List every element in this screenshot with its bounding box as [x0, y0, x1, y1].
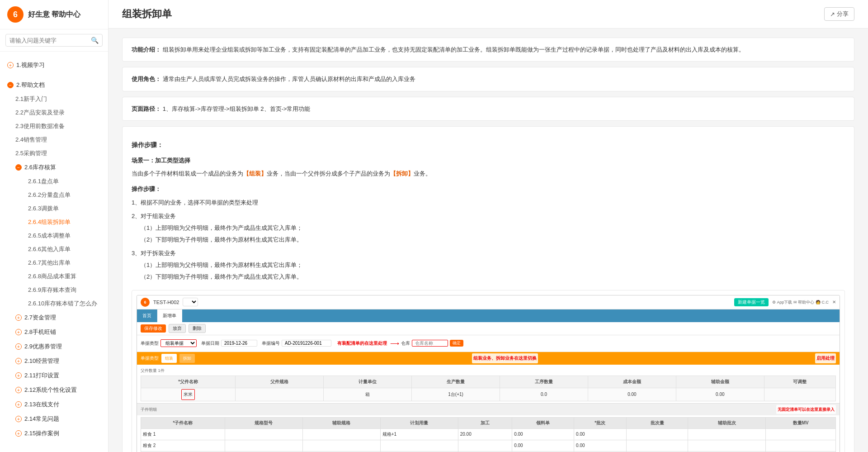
sim-close-icon[interactable]: ✕	[832, 298, 836, 307]
search-input[interactable]	[9, 37, 91, 44]
sim-th-process: 加工	[458, 417, 512, 428]
sim-company-name: TEST-H002	[153, 297, 179, 307]
sidebar-item-newbie[interactable]: 2.1新手入门	[13, 92, 108, 106]
sidebar-item-inventory[interactable]: − 2.6库存核算	[13, 160, 108, 175]
sidebar-item-video[interactable]: + 1.视频学习	[0, 58, 108, 72]
sim-th-adj: 可调整	[764, 376, 835, 388]
sim-cancel-btn[interactable]: 放弃	[169, 324, 186, 333]
sidebar-item-other-out[interactable]: 2.6.7其他出库单	[25, 256, 108, 270]
sim-company-select[interactable]	[183, 298, 198, 306]
sidebar-item-finance[interactable]: + 2.7资金管理	[13, 310, 108, 325]
sim-td-parent-spec	[236, 388, 324, 401]
sim-child-name-1: 粮食 1	[141, 428, 225, 440]
search-box[interactable]: 🔍	[5, 34, 103, 47]
sim-ann1-text: 有装配清单的在这里处理	[336, 338, 388, 348]
sim-no-input[interactable]	[282, 340, 331, 347]
sidebar-item-cost-recalc[interactable]: 2.6.8商品成本重算	[25, 270, 108, 283]
sidebar-item-docs[interactable]: − 2.帮助文档	[0, 78, 108, 92]
sim-th-parent-name: *父件名称	[141, 376, 236, 388]
sim-ann4-text: 启用处理	[815, 353, 836, 363]
sidebar-item-faq[interactable]: + 2.14常见问题	[13, 412, 108, 426]
sidebar-item-cost-adjust[interactable]: 2.6.5成本调整单	[25, 229, 108, 243]
sim-th-batch-qty: 批次量	[626, 417, 688, 428]
sim-th-spec: 规格型号	[225, 417, 302, 428]
sim-delete-btn[interactable]: 删除	[189, 324, 206, 333]
chaiqian-link[interactable]: 【拆卸】	[390, 170, 414, 177]
sim-type-select[interactable]: 组装单据	[160, 339, 197, 347]
step3-2-text: （2）下部明细为子件明细，最终作为产成品生成其它入库单。	[141, 271, 845, 283]
expand-icon-faq: +	[15, 416, 22, 422]
sidebar-label-inventory: 2.6库存核算	[24, 163, 56, 171]
sim-new-btn[interactable]: 新建单据一览	[734, 298, 769, 306]
step2-2-text: （2）下部明细为子件明细，最终作为原材料生成其它出库单。	[141, 234, 845, 246]
content-body: 功能介绍： 组装拆卸单用来处理企业组装或拆卸等加工业务，支持有固定装配清单的产品…	[108, 29, 868, 452]
sidebar-item-ops-manage[interactable]: + 2.10经营管理	[13, 354, 108, 368]
sidebar-item-sys-settings[interactable]: + 2.12系统个性化设置	[13, 383, 108, 397]
sidebar-item-data-prep[interactable]: 2.3使用前数据准备	[13, 119, 108, 133]
sim-save-btn[interactable]: 保存修改	[141, 324, 166, 333]
sim-confirm-btn[interactable]: 确定	[450, 340, 463, 347]
sidebar-item-online-pay[interactable]: + 2.13在线支付	[13, 397, 108, 412]
sidebar-item-stocktake[interactable]: 2.6.1盘点单	[25, 175, 108, 188]
expand-icon-pay: +	[15, 401, 22, 408]
sim-th-proc-qty: 工序数量	[500, 376, 588, 388]
nav-sub-list-inventory: 2.6.1盘点单 2.6.2分量盘点单 2.6.3调拨单 2.6.4组装拆卸单 …	[13, 175, 108, 310]
expand-icon-cases: +	[15, 430, 22, 437]
sim-bottom-section: 子件明细 无固定清单可以在这里直接录入 *子件名称 规格型号 辅助规格	[137, 403, 840, 452]
screenshot-block: 6 TEST-H002 新建单据一览 ⚙ App下载 ✉ 帮助中心 🧑 C.C …	[132, 290, 845, 452]
sidebar-item-transfer[interactable]: 2.6.3调拨单	[25, 202, 108, 215]
func-intro-label: 功能介绍：	[132, 46, 161, 53]
sidebar-item-purchase[interactable]: 2.5采购管理	[13, 147, 108, 160]
sim-field-date: 单据日期	[201, 339, 257, 348]
sim-th-pick: 领料单	[512, 417, 574, 428]
sim-top-table-body: 父件数量 1件 *父件名称 父件规格 计量单位 生产数量 工序数量 成本金额	[137, 365, 840, 403]
sim-warehouse-input[interactable]	[412, 340, 448, 347]
share-label: 分享	[837, 10, 849, 18]
sim-th-aux-spec: 辅助规格	[302, 417, 380, 428]
app-logo-icon: 6	[7, 6, 24, 23]
sidebar-item-ledger-query[interactable]: 2.6.9库存账本查询	[25, 283, 108, 297]
search-icon[interactable]: 🔍	[91, 37, 99, 44]
sidebar-item-ledger-fix[interactable]: 2.6.10库存账本错了怎么办	[25, 297, 108, 310]
zuzhuang-link[interactable]: 【组装】	[243, 170, 267, 177]
sim-arrow1: ⟶	[390, 337, 399, 350]
sim-field-warehouse: 仓库	[401, 339, 448, 348]
sidebar-item-partial-stock[interactable]: 2.6.2分量盘点单	[25, 188, 108, 202]
sim-logo: 6	[141, 298, 150, 307]
sidebar-item-other-in[interactable]: 2.6.6其他入库单	[25, 243, 108, 256]
sim-highlight-cell[interactable]: 米米	[181, 389, 195, 400]
func-intro-block: 功能介绍： 组装拆卸单用来处理企业组装或拆卸等加工业务，支持有固定装配清单的产品…	[122, 38, 854, 62]
sim-ann5-text: 无固定清单可以在这里直接录入	[776, 405, 836, 414]
sim-type-toggle[interactable]: 组装	[161, 354, 177, 363]
sidebar-item-newbie-label: 2.1新手入门	[15, 95, 47, 102]
step3-1-text: （1）上部明细为父件明细，最终作为原材料生成其它出库单；	[141, 259, 845, 271]
sim-ui-screenshot: 6 TEST-H002 新建单据一览 ⚙ App下载 ✉ 帮助中心 🧑 C.C …	[137, 295, 840, 452]
sim-top-table: *父件名称 父件规格 计量单位 生产数量 工序数量 成本金额 辅助金额 可调整	[141, 376, 836, 401]
sim-bottom-header-bar: 子件明细 无固定清单可以在这里直接录入	[137, 403, 840, 415]
sim-type-toggle-disassemble[interactable]: 拆卸	[179, 354, 195, 363]
sidebar-item-print[interactable]: + 2.11打印设置	[13, 368, 108, 383]
sim-top-table-hint: 父件数量 1件	[141, 366, 836, 375]
sim-form-row: 单据类型 组装单据 单据日期 单据编号	[137, 335, 840, 352]
expand-icon-video: +	[7, 62, 14, 68]
sim-td-adj	[764, 388, 835, 401]
sidebar-item-mobile[interactable]: + 2.8手机旺铺	[13, 325, 108, 339]
share-button[interactable]: ↗ 分享	[824, 7, 854, 21]
sidebar-item-coupon[interactable]: + 2.9优惠券管理	[13, 339, 108, 354]
sim-date-input[interactable]	[221, 340, 257, 347]
app-logo-text: 好生意 帮助中心	[28, 10, 80, 19]
sidebar-item-install-label: 2.2产品安装及登录	[15, 109, 65, 116]
sim-th-parent-spec: 父件规格	[236, 376, 324, 388]
sim-no-label: 单据编号	[262, 339, 280, 348]
sim-type-bar-label: 单据类型	[141, 354, 159, 363]
sidebar-item-cases[interactable]: + 2.15操作案例	[13, 426, 108, 441]
main-header: 组装拆卸单 ↗ 分享	[108, 0, 868, 29]
sidebar-item-assemble[interactable]: 2.6.4组装拆卸单	[25, 215, 108, 229]
sidebar-item-install[interactable]: 2.2产品安装及登录	[13, 106, 108, 119]
sim-tab-new[interactable]: 新增单	[157, 309, 182, 322]
collapse-icon-inventory: −	[15, 164, 22, 171]
sidebar-item-sales[interactable]: 2.4销售管理	[13, 133, 108, 147]
sim-field-no: 单据编号	[262, 339, 331, 348]
sim-tab-home[interactable]: 首页	[137, 309, 157, 322]
nav-section-docs: − 2.帮助文档 2.1新手入门 2.2产品安装及登录 2.3使用前数据准备 2…	[0, 75, 108, 443]
